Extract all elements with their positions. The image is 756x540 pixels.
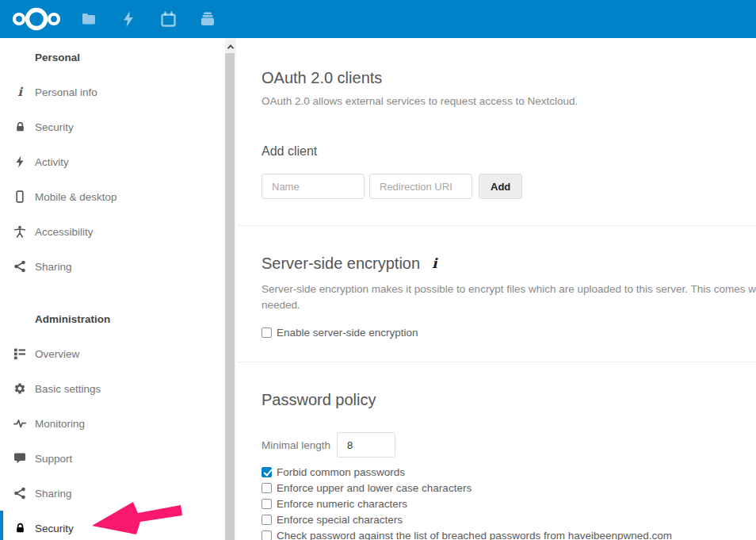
info-icon[interactable]: i	[432, 252, 437, 274]
sidebar-item-accessibility[interactable]: Accessibility	[0, 214, 225, 249]
enforce-special-checkbox[interactable]	[262, 515, 272, 525]
encryption-title: Server-side encryption i	[262, 252, 756, 274]
sidebar-item-sharing-personal[interactable]: Sharing	[0, 249, 225, 284]
mobile-icon	[13, 190, 26, 203]
minimal-length-row: Minimal length	[262, 432, 756, 458]
sidebar-item-mobile-desktop[interactable]: Mobile & desktop	[0, 179, 225, 214]
accessibility-icon	[13, 225, 26, 238]
policy-option-row: Forbid common passwords	[262, 464, 756, 480]
add-client-button[interactable]: Add	[479, 174, 522, 199]
password-policy-title: Password policy	[262, 389, 756, 411]
settings-sidebar: Personal i Personal info Security Activi…	[0, 38, 225, 540]
enable-encryption-label[interactable]: Enable server-side encryption	[277, 327, 418, 339]
sidebar-heading-label: Personal	[35, 52, 80, 63]
policy-option-row: Enforce upper and lower case characters	[262, 480, 756, 496]
top-header-bar	[0, 0, 756, 38]
encryption-section: Server-side encryption i Server-side enc…	[238, 226, 756, 362]
policy-option-row: Enforce numeric characters	[262, 496, 756, 511]
list-icon	[13, 347, 26, 360]
calendar-icon[interactable]	[148, 0, 188, 38]
activity-icon[interactable]	[109, 0, 148, 38]
sidebar-item-monitoring[interactable]: Monitoring	[0, 406, 225, 441]
pulse-icon	[13, 417, 26, 430]
enforce-case-checkbox[interactable]	[262, 483, 272, 493]
oauth-title: OAuth 2.0 clients	[262, 67, 756, 89]
share-icon	[13, 260, 26, 273]
haveibeenpwned-checkbox[interactable]	[262, 530, 272, 540]
sidebar-item-basic-settings[interactable]: Basic settings	[0, 371, 225, 406]
scrollbar-up-button[interactable]	[225, 40, 236, 53]
share-icon	[13, 487, 26, 500]
client-name-input[interactable]	[262, 174, 365, 199]
sidebar-heading-label: Administration	[35, 313, 110, 325]
files-icon[interactable]	[69, 0, 109, 38]
deck-icon[interactable]	[188, 0, 227, 38]
policy-option-row: Check password against the list of breac…	[262, 527, 756, 540]
gear-icon	[13, 382, 26, 395]
redirection-uri-input[interactable]	[369, 174, 472, 199]
enable-encryption-row: Enable server-side encryption	[262, 327, 756, 339]
scrollbar-thumb[interactable]	[225, 53, 235, 540]
sidebar-item-support[interactable]: Support	[0, 441, 225, 476]
sidebar-item-activity[interactable]: Activity	[0, 144, 225, 179]
policy-option-row: Enforce special characters	[262, 511, 756, 527]
sidebar-heading-personal: Personal	[0, 40, 225, 75]
lock-icon	[13, 522, 26, 534]
enforce-numeric-checkbox[interactable]	[262, 499, 272, 509]
sidebar-item-overview[interactable]: Overview	[0, 336, 225, 371]
sidebar-scrollbar[interactable]	[225, 38, 236, 540]
sidebar-item-sharing-admin[interactable]: Sharing	[0, 476, 225, 511]
oauth-section: OAuth 2.0 clients OAuth 2.0 allows exter…	[238, 38, 756, 226]
password-policy-options: Forbid common passwords Enforce upper an…	[262, 464, 756, 540]
minimal-length-label: Minimal length	[262, 439, 330, 451]
chevron-up-icon	[227, 44, 234, 51]
chat-icon	[13, 452, 26, 465]
oauth-description: OAuth 2.0 allows external services to re…	[262, 95, 756, 108]
add-client-heading: Add client	[262, 144, 756, 159]
password-policy-section: Password policy Minimal length Forbid co…	[238, 362, 756, 540]
minimal-length-input[interactable]	[337, 432, 395, 458]
bolt-icon	[13, 155, 26, 168]
sidebar-heading-administration: Administration	[0, 301, 225, 336]
sidebar-item-security-personal[interactable]: Security	[0, 109, 225, 144]
settings-content: OAuth 2.0 clients OAuth 2.0 allows exter…	[238, 38, 756, 540]
info-icon: i	[13, 86, 26, 98]
sidebar-item-security-admin[interactable]: Security	[0, 511, 225, 540]
encryption-title-text: Server-side encryption	[262, 252, 420, 274]
header-app-icons	[69, 0, 227, 38]
forbid-common-passwords-checkbox[interactable]	[262, 467, 272, 477]
sidebar-item-personal-info[interactable]: i Personal info	[0, 75, 225, 109]
lock-icon	[13, 121, 26, 133]
encryption-description: Server-side encryption makes it possible…	[262, 281, 756, 313]
nextcloud-logo[interactable]	[11, 5, 62, 33]
add-client-row: Add	[262, 174, 756, 199]
enable-encryption-checkbox[interactable]	[262, 327, 272, 338]
